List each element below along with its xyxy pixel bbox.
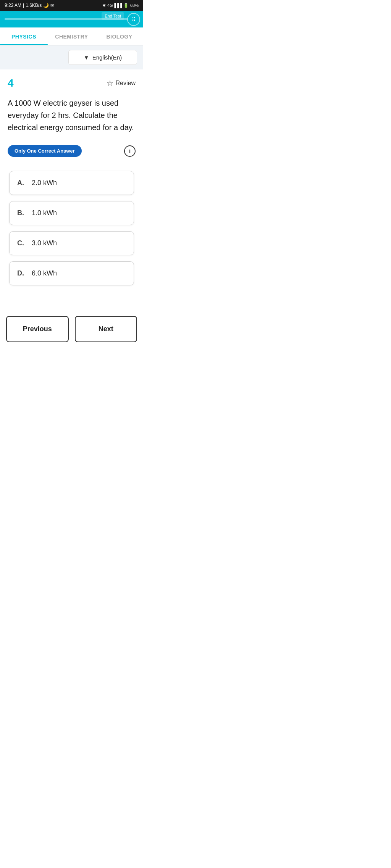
tab-chemistry[interactable]: CHEMISTRY — [48, 27, 95, 45]
menu-icon-button[interactable]: ⠿ — [127, 13, 140, 26]
status-network: 1.6KB/s — [26, 3, 42, 8]
chevron-down-icon: ▼ — [84, 54, 89, 61]
grid-icon: ⠿ — [132, 16, 136, 23]
info-icon-button[interactable]: i — [124, 145, 136, 157]
signal-icon: 4G▐▐▐ — [107, 3, 122, 8]
question-container: 4 ☆ Review A 1000 W electric geyser is u… — [0, 69, 143, 289]
question-text: A 1000 W electric geyser is used everyda… — [8, 97, 136, 134]
previous-button[interactable]: Previous — [6, 316, 69, 342]
option-c-label: C. — [17, 239, 26, 247]
option-a[interactable]: A. 2.0 kWh — [9, 171, 134, 195]
option-d[interactable]: D. 6.0 kWh — [9, 261, 134, 285]
status-left: 9:22 AM | 1.6KB/s 🌙 ✉ — [5, 3, 54, 8]
language-dropdown[interactable]: ▼ English(En) — [68, 50, 137, 65]
answer-type-badge: Only One Correct Answer — [8, 145, 82, 157]
star-icon: ☆ — [107, 79, 113, 88]
option-b-text: 1.0 kWh — [32, 209, 57, 217]
option-b-label: B. — [17, 209, 26, 217]
option-c-text: 3.0 kWh — [32, 239, 57, 247]
bluetooth-icon: ✱ — [102, 3, 106, 8]
battery-percent: 68% — [130, 3, 139, 8]
options-list: A. 2.0 kWh B. 1.0 kWh C. 3.0 kWh D. 6.0 … — [8, 171, 136, 285]
option-d-text: 6.0 kWh — [32, 269, 57, 277]
moon-icon: 🌙 — [43, 3, 49, 8]
end-test-button[interactable]: End Test — [102, 12, 124, 20]
tab-navigation: PHYSICS CHEMISTRY BIOLOGY — [0, 27, 143, 45]
progress-bar-row: 0% End Test ⠿ — [0, 11, 143, 27]
next-button[interactable]: Next — [75, 316, 137, 342]
option-a-text: 2.0 kWh — [32, 179, 57, 187]
tab-biology[interactable]: BIOLOGY — [95, 27, 143, 45]
status-bar: 9:22 AM | 1.6KB/s 🌙 ✉ ✱ 4G▐▐▐ 🔋 68% — [0, 0, 143, 11]
option-b[interactable]: B. 1.0 kWh — [9, 201, 134, 225]
option-c[interactable]: C. 3.0 kWh — [9, 231, 134, 255]
language-label: English(En) — [92, 54, 122, 61]
status-time: 9:22 AM — [5, 3, 21, 8]
battery-icon: 🔋 — [123, 3, 129, 8]
navigation-buttons: Previous Next — [0, 304, 143, 354]
option-d-label: D. — [17, 269, 26, 277]
review-button[interactable]: ☆ Review — [107, 79, 136, 88]
status-separator: | — [23, 3, 24, 8]
question-header: 4 ☆ Review — [8, 77, 136, 89]
gmail-icon: ✉ — [50, 3, 54, 8]
tab-physics[interactable]: PHYSICS — [0, 27, 48, 45]
option-a-label: A. — [17, 179, 26, 187]
answer-type-row: Only One Correct Answer i — [8, 145, 136, 163]
status-right: ✱ 4G▐▐▐ 🔋 68% — [102, 3, 139, 8]
question-number: 4 — [8, 77, 14, 89]
review-label: Review — [116, 80, 136, 87]
language-row: ▼ English(En) — [0, 45, 143, 69]
